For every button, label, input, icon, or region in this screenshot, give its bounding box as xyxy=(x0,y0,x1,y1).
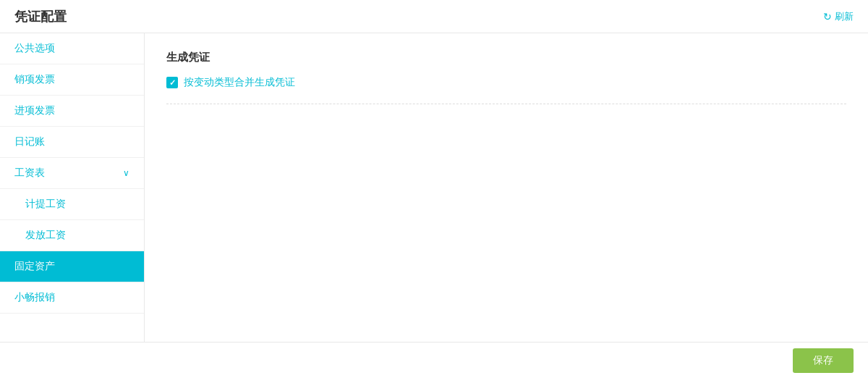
sidebar-item-expense-report[interactable]: 小畅报销 xyxy=(0,282,144,314)
footer: 保存 xyxy=(0,342,868,378)
sidebar-item-label: 工资表 xyxy=(14,167,45,180)
page-wrapper: 凭证配置 ↻ 刷新 公共选项销项发票进项发票日记账工资表∨计提工资发放工资固定资… xyxy=(0,0,868,378)
sidebar-item-journal[interactable]: 日记账 xyxy=(0,127,144,158)
merge-voucher-label[interactable]: 按变动类型合并生成凭证 xyxy=(184,76,295,89)
sidebar-item-payroll-table[interactable]: 工资表∨ xyxy=(0,158,144,189)
page-title: 凭证配置 xyxy=(14,8,67,25)
content-area: 公共选项销项发票进项发票日记账工资表∨计提工资发放工资固定资产小畅报销 生成凭证… xyxy=(0,33,868,342)
sidebar-item-label: 公共选项 xyxy=(14,42,55,55)
chevron-down-icon: ∨ xyxy=(123,168,129,178)
sidebar: 公共选项销项发票进项发票日记账工资表∨计提工资发放工资固定资产小畅报销 xyxy=(0,33,145,342)
header: 凭证配置 ↻ 刷新 xyxy=(0,0,868,33)
sidebar-item-public-options[interactable]: 公共选项 xyxy=(0,33,144,64)
refresh-button[interactable]: ↻ 刷新 xyxy=(823,10,854,23)
sidebar-item-fixed-assets[interactable]: 固定资产 xyxy=(0,251,144,282)
sidebar-item-salary-accrual[interactable]: 计提工资 xyxy=(0,189,144,220)
section-divider xyxy=(166,104,846,104)
refresh-label: 刷新 xyxy=(835,10,854,23)
sidebar-item-label: 销项发票 xyxy=(14,73,55,86)
main-content: 生成凭证 按变动类型合并生成凭证 xyxy=(145,33,868,342)
sidebar-item-label: 小畅报销 xyxy=(14,291,55,304)
sidebar-item-label: 发放工资 xyxy=(25,229,66,242)
sidebar-item-purchase-invoice[interactable]: 进项发票 xyxy=(0,96,144,127)
refresh-icon: ↻ xyxy=(823,11,832,22)
sidebar-item-label: 进项发票 xyxy=(14,104,55,117)
sidebar-item-label: 计提工资 xyxy=(25,198,66,211)
checkbox-row: 按变动类型合并生成凭证 xyxy=(166,76,846,89)
sidebar-item-label: 日记账 xyxy=(14,135,45,148)
sidebar-item-sales-invoice[interactable]: 销项发票 xyxy=(0,64,144,96)
merge-voucher-checkbox[interactable] xyxy=(166,77,178,88)
section-title: 生成凭证 xyxy=(166,51,846,64)
save-button[interactable]: 保存 xyxy=(793,348,854,373)
sidebar-item-label: 固定资产 xyxy=(14,260,55,273)
sidebar-item-salary-payment[interactable]: 发放工资 xyxy=(0,220,144,251)
